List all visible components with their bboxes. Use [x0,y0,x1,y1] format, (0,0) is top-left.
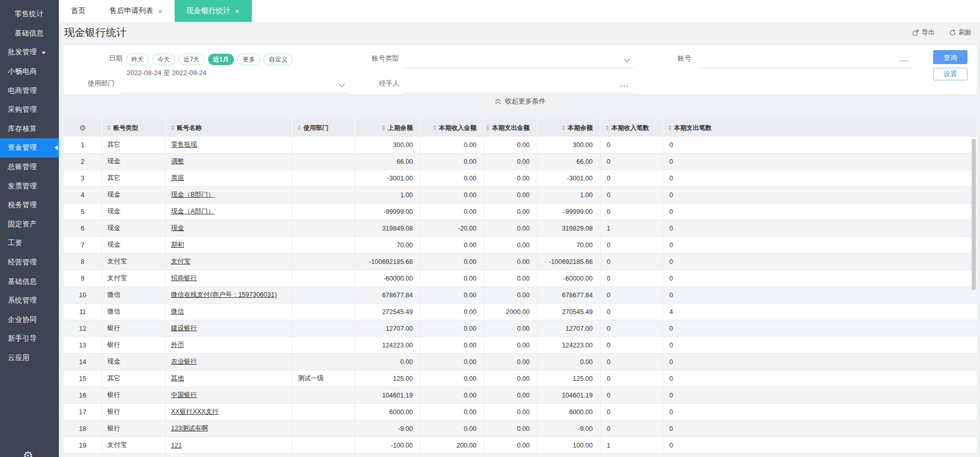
account-name-link[interactable]: 121 [171,442,182,449]
sort-icon[interactable] [486,125,489,130]
account-name-link[interactable]: 零售抵现 [171,140,197,149]
date-pill-more[interactable]: 更多 [237,54,260,65]
tab-cash-bank-statistics[interactable]: 现金银行统计× [175,0,252,22]
column-header-expense-count[interactable]: 本期支出笔数 [663,119,977,137]
date-pill-last-7-days[interactable]: 近7天 [178,54,205,65]
date-pill-custom[interactable]: 自定义 [263,54,292,65]
tab-home[interactable]: 首页 [59,0,97,22]
sidebar-item-retail-statistics[interactable]: 零售统计 [0,5,59,24]
sidebar-item-purchase-management[interactable]: 采购管理 [0,100,59,119]
account-name-link[interactable]: 中国银行 [171,391,197,400]
account-name-link[interactable]: 现金 [171,224,184,233]
refresh-button[interactable]: 刷新 [949,28,972,37]
sidebar-item-inventory-accounting[interactable]: 库存核算 [0,119,59,139]
sidebar-item-cloud-apps[interactable]: 云应用 [0,348,59,368]
sidebar-item-funds-management[interactable]: 资金管理 [0,138,59,158]
vertical-scrollbar-thumb[interactable] [972,139,976,290]
sort-icon[interactable] [171,125,174,130]
cell-account-type: 其它 [102,370,166,387]
query-button[interactable]: 查询 [933,50,967,64]
account-name-link[interactable]: 招商银行 [171,274,197,283]
sidebar-item-wholesale-management[interactable]: 批发管理 [0,43,59,62]
sidebar-item-basic-information[interactable]: 基础信息 [0,24,59,43]
sidebar-item-tax-management[interactable]: 税务管理 [0,196,59,215]
ellipsis-picker-icon[interactable]: ... [900,55,909,63]
column-header-income-count[interactable]: 本期收入笔数 [601,119,663,137]
export-button[interactable]: 导出 [912,28,935,37]
sidebar-item-operation-management[interactable]: 经营管理 [0,253,59,272]
sort-icon[interactable] [107,125,111,130]
column-header-account-type[interactable]: 账号类型 [102,119,166,137]
sidebar-item-label: 基础信息 [8,277,37,286]
sidebar-item-beginner-guide[interactable]: 新手引导 [0,329,59,348]
account-name-link[interactable]: 支付宝 [171,257,191,266]
column-settings-gear-icon[interactable]: ⚙ [79,124,86,132]
cell-department: 测试一级 [292,370,355,387]
tab-close-icon[interactable]: × [235,7,240,15]
account-name-link[interactable]: 微信 [171,307,184,316]
handler-input[interactable]: ... [404,79,633,93]
column-header-closing-balance[interactable]: 本期余额 [537,119,601,137]
sort-icon[interactable] [668,125,671,130]
cell-account-type: 银行 [102,404,166,420]
account-name-link[interactable]: 票据 [171,174,184,183]
account-name-link[interactable]: 外币 [171,341,184,350]
account-name-link[interactable]: 农业银行 [171,357,197,366]
column-header-income-amount[interactable]: 本期收入金额 [421,119,484,137]
tab-label: 首页 [71,6,85,16]
data-table: ⚙账号类型账号名称使用部门上期余额本期收入金额本期支出金额本期余额本期收入笔数本… [64,119,977,457]
settings-button[interactable]: 设置 [933,68,967,80]
sidebar-item-xiaochang-ecommerce[interactable]: 小畅电商 [0,62,59,81]
account-name-link[interactable]: 123测试有啊 [171,424,208,433]
ellipsis-picker-icon[interactable]: ... [620,80,629,88]
department-select[interactable] [121,79,348,93]
chevron-left-icon [55,145,58,150]
cell-account-name: 中国银行 [166,387,292,403]
tab-label: 售后申请列表 [109,6,153,16]
sidebar-item-general-ledger[interactable]: 总账管理 [0,158,59,177]
sidebar-item-ecommerce-management[interactable]: 电商管理 [0,81,59,100]
sidebar-item-label: 经营管理 [8,258,37,267]
date-pill-last-1-month[interactable]: 近1月 [208,54,235,65]
table-row: 7现金期初70.000.000.0070.0000 [64,237,977,254]
sort-icon[interactable] [382,125,385,130]
sidebar-settings-gear-icon[interactable]: ⚙ [23,449,33,457]
sort-icon[interactable] [606,125,609,130]
sidebar-item-invoice-management[interactable]: 发票管理 [0,176,59,196]
cell-account-name: 零售抵现 [166,137,292,153]
sidebar-item-payroll[interactable]: 工资 [0,234,59,253]
cell-opening-balance: 124223.00 [355,337,421,353]
account-input[interactable]: ... [699,54,913,68]
account-name-link[interactable]: 调整 [171,157,184,166]
tab-after-sales-list[interactable]: 售后申请列表× [97,0,175,22]
cell-expense-amount: 0.00 [484,187,537,203]
column-header-opening-balance[interactable]: 上期余额 [355,119,421,137]
sidebar-item-fixed-assets[interactable]: 固定资产 [0,215,59,234]
account-type-select[interactable] [404,54,633,68]
column-header-row-settings[interactable]: ⚙ [64,119,102,137]
collapse-filters-button[interactable]: 收起更多条件 [486,94,555,109]
column-header-account-name[interactable]: 账号名称 [166,119,292,137]
account-name-link[interactable]: 其他 [171,374,184,383]
column-header-department[interactable]: 使用部门 [292,119,355,137]
account-name-link[interactable]: 微信在线支付(商户号：1597306031) [171,291,277,299]
date-pill-today[interactable]: 今天 [152,54,175,65]
sidebar-item-enterprise-collaboration[interactable]: 企业协同 [0,310,59,330]
sidebar-item-system-management[interactable]: 系统管理 [0,291,59,310]
cell-income-amount: 0.00 [421,370,484,387]
account-name-link[interactable]: 现金（A部门） [171,207,214,216]
sort-icon[interactable] [433,125,436,130]
cell-row-settings: 12 [64,320,102,336]
date-pill-yesterday[interactable]: 昨天 [126,54,149,65]
cell-expense-amount: 0.00 [484,220,537,236]
account-name-link[interactable]: 现金（B部门） [171,190,214,199]
account-name-link[interactable]: XX银行XXX支行 [171,407,219,416]
account-name-link[interactable]: 建设银行 [171,324,197,333]
sort-icon[interactable] [562,125,565,130]
sort-icon[interactable] [298,125,301,130]
tab-close-icon[interactable]: × [158,7,163,15]
column-header-expense-amount[interactable]: 本期支出金额 [484,119,537,137]
cell-opening-balance: -100692185.66 [355,254,421,270]
account-name-link[interactable]: 期初 [171,240,184,249]
sidebar-item-basic-information-2[interactable]: 基础信息 [0,272,59,291]
